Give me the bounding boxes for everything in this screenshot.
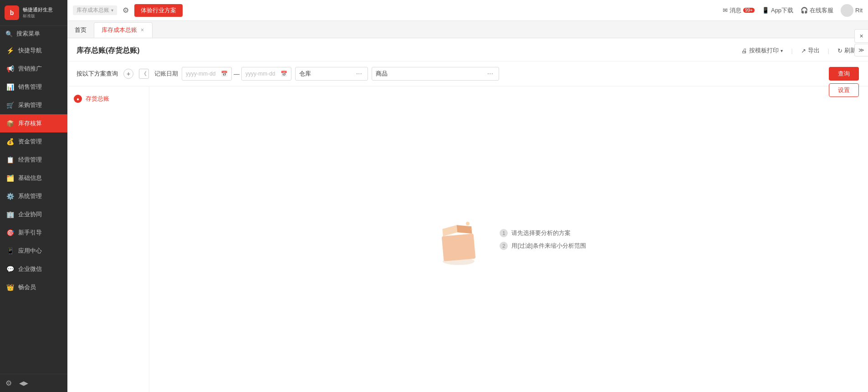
settings-button[interactable]: 设置: [829, 83, 859, 97]
page-title: 库存总账(存货总账): [77, 46, 140, 56]
sidebar-nav: ⚡ 快捷导航 📢 营销推广 📊 销售管理 🛒 采购管理 📦 库存核算 💰 资金管…: [0, 41, 67, 374]
sales-icon: 📊: [5, 82, 15, 92]
date-start-placeholder: yyyy-mm-dd: [186, 71, 215, 77]
tab-inventory-ledger[interactable]: 库存成本总账 ×: [94, 22, 153, 38]
sidebar-item-guide[interactable]: 🎯 新手引导: [0, 224, 67, 242]
export-button[interactable]: ↗ 导出: [798, 45, 822, 56]
app-download-action[interactable]: 📱 App下载: [762, 6, 793, 15]
filter-add-button[interactable]: +: [123, 69, 133, 79]
sidebar-item-purchase[interactable]: 🛒 采购管理: [0, 96, 67, 114]
inventory-ledger-tab-label: 库存成本总账: [102, 26, 137, 34]
online-service-label: 在线客服: [810, 6, 833, 15]
date-end-input[interactable]: yyyy-mm-dd 📅: [241, 67, 291, 81]
scheme-active-icon: ●: [74, 95, 82, 103]
bottom-toggle-icon[interactable]: ◀▶: [19, 380, 28, 387]
date-start-input[interactable]: yyyy-mm-dd 📅: [182, 67, 232, 81]
empty-illustration: [431, 212, 486, 267]
topbar-settings-button[interactable]: ⚙: [121, 4, 131, 16]
member-icon: 👑: [5, 283, 15, 292]
tip1-text: 请先选择要分析的方案: [511, 229, 571, 237]
sidebar-item-marketing[interactable]: 📢 营销推广: [0, 60, 67, 78]
user-name: Rit: [855, 7, 863, 14]
sidebar-item-label: 销售管理: [18, 83, 42, 91]
sidebar-item-quick-nav[interactable]: ⚡ 快捷导航: [0, 41, 67, 60]
filter-collapse-button[interactable]: 《: [139, 69, 149, 79]
wechat-icon: 💬: [5, 265, 15, 274]
scheme-sidebar: ● 存货总账: [67, 87, 149, 392]
product-select[interactable]: 商品 ···: [372, 67, 499, 81]
breadcrumb[interactable]: 库存成本总账 ▾: [73, 5, 117, 15]
app-center-icon: 📱: [5, 246, 15, 255]
system-icon: ⚙️: [5, 192, 15, 201]
app-name: 畅捷通好生意: [23, 6, 53, 13]
panel-expand-button[interactable]: ≫: [854, 44, 868, 56]
tab-home[interactable]: 首页: [67, 22, 94, 38]
scheme-item-inventory-total[interactable]: ● 存货总账: [67, 91, 149, 107]
sidebar-item-basic-info[interactable]: 🗂️ 基础信息: [0, 169, 67, 187]
purchase-icon: 🛒: [5, 101, 15, 110]
operations-icon: 📋: [5, 155, 15, 164]
filter-row: 记账日期 yyyy-mm-dd 📅 — yyyy-mm-dd 📅 仓库 ···: [154, 67, 859, 81]
breadcrumb-chevron-icon: ▾: [111, 8, 113, 13]
panel-close-button[interactable]: ×: [854, 29, 868, 43]
sidebar-bottom: ⚙ ◀▶: [0, 374, 67, 392]
sidebar-item-operations[interactable]: 📋 经营管理: [0, 151, 67, 169]
filter-bar: 按以下方案查询 + 《 记账日期 yyyy-mm-dd 📅 — yyyy-mm-…: [67, 61, 868, 87]
svg-rect-1: [442, 234, 476, 261]
sidebar-item-label: 新手引导: [18, 229, 42, 237]
headset-icon: 🎧: [801, 7, 808, 14]
search-menu-label: 搜索菜单: [16, 30, 40, 38]
user-profile[interactable]: Rit: [841, 4, 863, 17]
query-button[interactable]: 查询: [829, 67, 859, 81]
sidebar-item-wechat[interactable]: 💬 企业微信: [0, 260, 67, 278]
online-service-action[interactable]: 🎧 在线客服: [801, 6, 833, 15]
top-bar-left: 库存成本总账 ▾ ⚙ 体验行业方案: [73, 4, 719, 17]
app-badge: 标准版: [23, 13, 53, 19]
date-end-placeholder: yyyy-mm-dd: [245, 71, 275, 77]
tab-close-icon[interactable]: ×: [140, 26, 145, 34]
date-range-group: yyyy-mm-dd 📅 — yyyy-mm-dd 📅: [182, 67, 291, 81]
sidebar-item-label: 快捷导航: [18, 46, 42, 55]
bottom-settings-icon[interactable]: ⚙: [5, 379, 12, 387]
empty-state: 1 请先选择要分析的方案 2 用[过滤]条件来缩小分析范围: [149, 87, 868, 392]
sidebar-item-label: 营销推广: [18, 65, 42, 73]
product-more-icon: ···: [485, 69, 495, 79]
empty-illustration-svg: [431, 212, 486, 267]
quick-nav-icon: ⚡: [5, 46, 15, 55]
phone-icon: 📱: [762, 7, 769, 14]
user-avatar: [841, 4, 853, 17]
content-body: ● 存货总账: [67, 87, 868, 392]
sidebar-item-member[interactable]: 👑 畅会员: [0, 278, 67, 296]
export-label: 导出: [808, 46, 820, 55]
sidebar-item-inventory[interactable]: 📦 库存核算: [0, 114, 67, 132]
industry-btn[interactable]: 体验行业方案: [134, 4, 183, 17]
message-action[interactable]: ✉ 消息 99+: [723, 6, 755, 15]
sidebar-item-finance[interactable]: 💰 资金管理: [0, 132, 67, 151]
print-icon: 🖨: [741, 47, 747, 54]
guide-icon: 🎯: [5, 228, 15, 237]
page-content: 库存总账(存货总账) 🖨 按模板打印 ▾ | ↗ 导出 | ↻ 刷新: [67, 38, 868, 392]
sidebar-item-system[interactable]: ⚙️ 系统管理: [0, 187, 67, 205]
sidebar-item-label: 库存核算: [18, 119, 42, 127]
search-menu[interactable]: 🔍 搜索菜单: [0, 26, 67, 41]
page-header: 库存总账(存货总账) 🖨 按模板打印 ▾ | ↗ 导出 | ↻ 刷新: [67, 38, 868, 61]
sidebar-item-enterprise[interactable]: 🏢 企业协同: [0, 205, 67, 224]
app-download-label: App下载: [771, 6, 793, 15]
sidebar-item-label: 应用中心: [18, 247, 42, 255]
sidebar-item-label: 企业微信: [18, 265, 42, 273]
warehouse-label: 仓库: [299, 70, 311, 78]
marketing-icon: 📢: [5, 64, 15, 73]
export-icon: ↗: [801, 47, 806, 54]
warehouse-select[interactable]: 仓库 ···: [295, 67, 368, 81]
top-bar: 库存成本总账 ▾ ⚙ 体验行业方案 ✉ 消息 99+ 📱 App下载 🎧 在线客…: [67, 0, 868, 21]
inventory-icon: 📦: [5, 119, 15, 128]
page-header-actions: 🖨 按模板打印 ▾ | ↗ 导出 | ↻ 刷新: [739, 45, 859, 56]
sidebar-item-app-center[interactable]: 📱 应用中心: [0, 242, 67, 260]
breadcrumb-text: 库存成本总账: [77, 6, 109, 14]
sidebar-item-sales[interactable]: 📊 销售管理: [0, 78, 67, 96]
main-area: 库存成本总账 ▾ ⚙ 体验行业方案 ✉ 消息 99+ 📱 App下载 🎧 在线客…: [67, 0, 868, 392]
sidebar-item-label: 采购管理: [18, 101, 42, 109]
tab-bar: 首页 库存成本总账 ×: [67, 21, 868, 38]
sidebar-item-label: 基础信息: [18, 174, 42, 182]
print-button[interactable]: 🖨 按模板打印 ▾: [739, 45, 786, 56]
